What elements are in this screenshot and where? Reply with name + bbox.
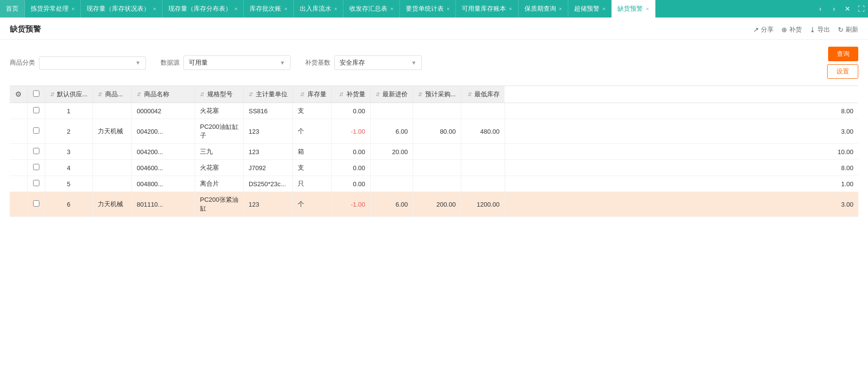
refresh-action[interactable]: ↻ 刷新 xyxy=(838,25,858,34)
row-price xyxy=(413,176,461,192)
stock-sort-icon: ⇵ xyxy=(300,91,305,97)
row-est-purchase: 1200.00 xyxy=(461,192,505,217)
row-supplier xyxy=(92,103,131,119)
tab-receipt-summary[interactable]: 收发存汇总表 × xyxy=(344,0,399,18)
table-row: 3 004200... 三九 123 箱 0.00 20.00 10.00 xyxy=(10,144,858,160)
datasource-select-value: 可用量 xyxy=(189,58,208,67)
row-checkbox-3[interactable] xyxy=(33,164,39,170)
tab-fullscreen-btn[interactable]: ⛶ xyxy=(854,0,868,18)
th-gear[interactable]: ⚙ xyxy=(10,86,27,103)
row-name: 三九 xyxy=(195,144,243,160)
setting-button[interactable]: 设置 xyxy=(827,64,858,79)
row-replenish: 6.00 xyxy=(370,192,413,217)
row-est-purchase xyxy=(461,176,505,192)
close-tab-inventory-dist[interactable]: × xyxy=(235,6,237,12)
tab-available-ledger[interactable]: 可用量库存账本 × xyxy=(456,0,518,18)
tab-inventory-dist[interactable]: 现存量（库存分布表） × xyxy=(163,0,244,18)
row-stock: 0.00 xyxy=(331,160,370,176)
query-button[interactable]: 查询 xyxy=(828,47,858,61)
close-tab-available-ledger[interactable]: × xyxy=(509,6,512,12)
row-price: 200.00 xyxy=(413,192,461,217)
share-action[interactable]: ↗ 分享 xyxy=(753,25,774,34)
select-all-checkbox[interactable] xyxy=(33,90,39,97)
tab-picking[interactable]: 拣货异常处理 × xyxy=(25,0,81,18)
row-unit: 支 xyxy=(292,103,331,119)
row-min-stock: 8.00 xyxy=(505,103,858,119)
th-name[interactable]: ⇵ 商品名称 xyxy=(131,86,195,103)
row-est-purchase xyxy=(461,103,505,119)
filter-right-buttons: 查询 设置 xyxy=(827,47,858,79)
row-checkbox-cell xyxy=(27,119,45,144)
page-title: 缺货预警 xyxy=(10,24,41,35)
close-tab-expiry-query[interactable]: × xyxy=(559,6,562,12)
tab-shortage-warning[interactable]: 缺货预警 × xyxy=(612,0,655,18)
th-code[interactable]: ⇵ 商品... xyxy=(92,86,131,103)
close-tab-inout-flow[interactable]: × xyxy=(334,6,337,12)
row-index: 4 xyxy=(45,160,92,176)
tab-inventory-status[interactable]: 现存量（库存状况表） × xyxy=(81,0,162,18)
row-min-stock: 8.00 xyxy=(505,160,858,176)
row-checkbox-1[interactable] xyxy=(33,127,39,134)
row-min-stock: 3.00 xyxy=(505,192,858,217)
row-checkbox-cell xyxy=(27,192,45,217)
tab-demand-stats[interactable]: 要货单统计表 × xyxy=(400,0,456,18)
close-tab-inventory-status[interactable]: × xyxy=(153,6,156,12)
row-price xyxy=(413,160,461,176)
export-action[interactable]: ⤓ 导出 xyxy=(810,25,830,34)
row-checkbox-cell xyxy=(27,176,45,192)
row-name: 火花塞 xyxy=(195,160,243,176)
row-unit: 个 xyxy=(292,119,331,144)
category-select-arrow-icon: ▼ xyxy=(135,60,141,66)
close-tab-overstock-warning[interactable]: × xyxy=(602,6,605,12)
datasource-select-arrow-icon: ▼ xyxy=(280,60,285,66)
row-checkbox-2[interactable] xyxy=(33,148,39,154)
th-replenish[interactable]: ⇵ 补货量 xyxy=(331,86,370,103)
close-tab-batch-account[interactable]: × xyxy=(284,6,287,12)
close-tab-receipt-summary[interactable]: × xyxy=(390,6,393,12)
refresh-icon: ↻ xyxy=(838,26,844,34)
table-header-row: ⚙ ⇵ 默认供应... ⇵ 商品... ⇵ 商品名称 xyxy=(10,86,858,103)
row-stock: -1.00 xyxy=(331,119,370,144)
tab-next-btn[interactable]: › xyxy=(827,0,841,18)
row-spec: J7092 xyxy=(243,160,292,176)
category-select[interactable]: ▼ xyxy=(39,56,146,70)
page-header: 缺货预警 ↗ 分享 ⊕ 补货 ⤓ 导出 ↻ 刷新 xyxy=(0,18,868,40)
tab-close-all-btn[interactable]: ✕ xyxy=(841,0,854,18)
replenish-label: 补货基数 xyxy=(305,58,330,67)
row-code: 004600... xyxy=(131,160,195,176)
row-checkbox-5[interactable] xyxy=(33,200,39,207)
th-spec[interactable]: ⇵ 规格型号 xyxy=(195,86,243,103)
th-min-stock[interactable]: ⇵ 最低库存 xyxy=(461,86,505,103)
replenish-action[interactable]: ⊕ 补货 xyxy=(781,25,802,34)
tab-inout-flow[interactable]: 出入库流水 × xyxy=(294,0,344,18)
row-name: PC200张紧油缸 xyxy=(195,192,243,217)
close-tab-demand-stats[interactable]: × xyxy=(447,6,450,12)
th-price[interactable]: ⇵ 最新进价 xyxy=(370,86,413,103)
tab-overstock-warning[interactable]: 超储预警 × xyxy=(568,0,612,18)
row-unit: 只 xyxy=(292,176,331,192)
tab-prev-btn[interactable]: ‹ xyxy=(814,0,827,18)
th-unit[interactable]: ⇵ 主计量单位 xyxy=(243,86,292,103)
row-checkbox-0[interactable] xyxy=(33,107,39,113)
th-stock[interactable]: ⇵ 库存量 xyxy=(292,86,331,103)
tab-home[interactable]: 首页 xyxy=(0,0,25,18)
table-row: 5 004800... 离合片 DS250*23c... 只 0.00 1.00 xyxy=(10,176,858,192)
replenish-select[interactable]: 安全库存 ▼ xyxy=(334,55,422,70)
code-sort-icon: ⇵ xyxy=(98,91,102,97)
filter-area: 商品分类 ▼ 数据源 可用量 ▼ 补货基数 安全库存 ▼ 查询 设置 xyxy=(0,40,868,86)
tab-batch-account[interactable]: 库存批次账 × xyxy=(244,0,293,18)
row-checkbox-cell xyxy=(27,144,45,160)
table-container: ⚙ ⇵ 默认供应... ⇵ 商品... ⇵ 商品名称 xyxy=(0,86,868,217)
header-actions: ↗ 分享 ⊕ 补货 ⤓ 导出 ↻ 刷新 xyxy=(753,25,858,34)
th-est-purchase[interactable]: ⇵ 预计采购... xyxy=(413,86,461,103)
th-supplier[interactable]: ⇵ 默认供应... xyxy=(45,86,92,103)
row-code: 0000042 xyxy=(131,103,195,119)
gear-icon[interactable]: ⚙ xyxy=(15,90,21,98)
close-tab-shortage-warning[interactable]: × xyxy=(646,6,649,12)
datasource-select[interactable]: 可用量 ▼ xyxy=(183,55,290,70)
row-checkbox-4[interactable] xyxy=(33,180,39,186)
datasource-label: 数据源 xyxy=(161,58,180,67)
close-tab-picking[interactable]: × xyxy=(72,6,74,12)
row-index: 5 xyxy=(45,176,92,192)
tab-expiry-query[interactable]: 保质期查询 × xyxy=(519,0,568,18)
